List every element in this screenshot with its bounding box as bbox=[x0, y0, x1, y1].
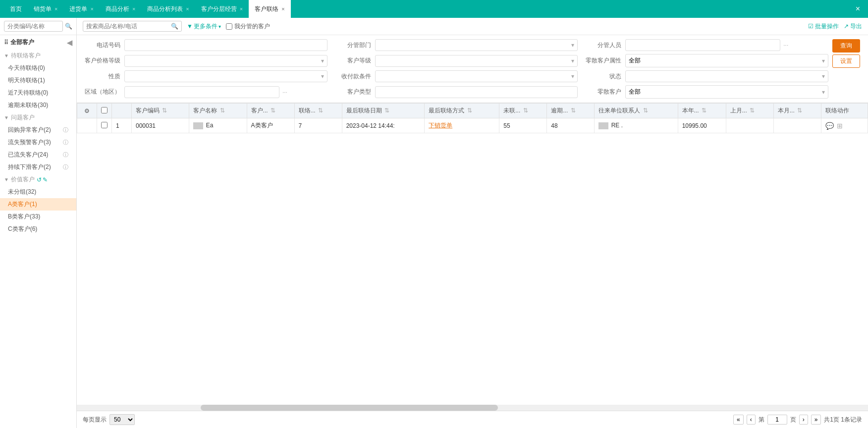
select-all-checkbox[interactable] bbox=[101, 107, 108, 113]
next-page-btn[interactable]: › bbox=[799, 415, 808, 425]
manager-label: 分管人员 bbox=[586, 41, 625, 50]
phone-input[interactable] bbox=[124, 39, 327, 51]
col-checkbox[interactable] bbox=[97, 104, 112, 118]
manager-dots[interactable]: ··· bbox=[780, 42, 791, 49]
sidebar-search-icon[interactable]: 🔍 bbox=[65, 23, 72, 30]
row-select-checkbox[interactable] bbox=[101, 122, 108, 128]
tab-customer-contact[interactable]: 客户联络 × bbox=[249, 0, 290, 18]
first-page-btn[interactable]: « bbox=[733, 415, 744, 425]
close-customer-contact-tab[interactable]: × bbox=[281, 6, 284, 12]
query-button[interactable]: 查询 bbox=[832, 39, 860, 53]
filter-cell-region: 区域（地区） ··· bbox=[85, 86, 327, 98]
col-last-month[interactable]: 上月... ⇅ bbox=[726, 104, 773, 118]
sidebar-search-input[interactable] bbox=[4, 21, 63, 32]
sidebar-item-7days[interactable]: 近7天待联络(0) bbox=[0, 87, 76, 99]
batch-op-btn[interactable]: ☑ 批量操作 bbox=[808, 22, 839, 31]
my-customers-checkbox[interactable] bbox=[226, 23, 232, 30]
status-select[interactable]: ▾ bbox=[625, 70, 828, 82]
page-number-input[interactable] bbox=[767, 415, 787, 425]
window-close-button[interactable]: × bbox=[852, 4, 864, 13]
sort-code-icon: ⇅ bbox=[162, 107, 167, 114]
col-type[interactable]: 客户... ⇅ bbox=[247, 104, 294, 118]
customer-type-input[interactable] bbox=[375, 86, 578, 98]
sidebar-item-churn-warning[interactable]: 流失预警客户(3) ⓘ bbox=[0, 136, 76, 149]
sidebar: 🔍 ⠿ 全部客户 ◀ ▼ 待联络客户 今天待联络(0) 明天待联络(1) 近7天… bbox=[0, 18, 77, 428]
my-customers-filter[interactable]: 我分管的客户 bbox=[226, 22, 270, 31]
close-analysis-tab[interactable]: × bbox=[132, 6, 135, 12]
col-not-contact[interactable]: 未联... ⇅ bbox=[499, 104, 547, 118]
sidebar-item-b-class[interactable]: B类客户(33) bbox=[0, 211, 76, 223]
tab-customer-seg[interactable]: 客户分层经营 × bbox=[195, 0, 249, 18]
close-purchase-tab[interactable]: × bbox=[90, 6, 93, 12]
value-group-title: ▼ 价值客户 ↺ ✎ bbox=[0, 173, 76, 186]
manager-input[interactable] bbox=[625, 39, 780, 51]
sidebar-item-c-class[interactable]: C类客户(6) bbox=[0, 223, 76, 235]
content-area: 🔍 ▼ 更多条件 ▾ 我分管的客户 ☑ 批量操作 ↗ 导出 bbox=[77, 18, 868, 428]
sidebar-collapse-btn[interactable]: ◀ bbox=[67, 39, 72, 47]
tab-home[interactable]: 首页 bbox=[4, 0, 28, 18]
edit-icon[interactable]: ✎ bbox=[43, 176, 48, 183]
tab-sales[interactable]: 销货单 × bbox=[28, 0, 63, 18]
sidebar-item-overdue[interactable]: 逾期未联络(30) bbox=[0, 99, 76, 111]
tab-purchase[interactable]: 进货单 × bbox=[63, 0, 99, 18]
refresh-icon[interactable]: ↺ bbox=[37, 176, 42, 183]
col-this-month[interactable]: 本月... ⇅ bbox=[773, 104, 821, 118]
close-analysis-list-tab[interactable]: × bbox=[186, 6, 189, 12]
customer-level-select[interactable]: ▾ bbox=[375, 55, 578, 67]
close-sales-tab[interactable]: × bbox=[54, 6, 57, 12]
col-overdue[interactable]: 逾期... ⇅ bbox=[547, 104, 595, 118]
sidebar-item-a-class[interactable]: A类客户(1) bbox=[0, 198, 76, 211]
col-settings[interactable]: ⚙ bbox=[77, 104, 97, 118]
action-btn-group: 查询 设置 bbox=[832, 39, 860, 68]
sidebar-item-today[interactable]: 今天待联络(0) bbox=[0, 62, 76, 74]
footer: 每页显示 10 20 50 100 « ‹ 第 页 › » 共1页 1条记录 bbox=[77, 411, 868, 428]
close-customer-seg-tab[interactable]: × bbox=[240, 6, 243, 12]
filter-row-3: 性质 ▾ 收付款条件 ▾ bbox=[85, 70, 828, 82]
scrollbar-thumb[interactable] bbox=[201, 405, 498, 411]
sidebar-item-declining[interactable]: 持续下滑客户(2) ⓘ bbox=[0, 161, 76, 173]
col-this-year[interactable]: 本年... ⇅ bbox=[678, 104, 726, 118]
col-last-method[interactable]: 最后联络方式 ⇅ bbox=[425, 104, 499, 118]
page-size-selector: 每页显示 10 20 50 100 bbox=[83, 414, 135, 425]
retail-select[interactable]: 全部 ▾ bbox=[625, 85, 828, 99]
sidebar-item-ungroup[interactable]: 未分组(32) bbox=[0, 186, 76, 198]
prev-page-btn[interactable]: ‹ bbox=[747, 415, 756, 425]
col-seq bbox=[112, 104, 132, 118]
main-search-input[interactable] bbox=[86, 23, 171, 30]
payment-select[interactable]: ▾ bbox=[375, 70, 578, 82]
last-page-btn[interactable]: » bbox=[811, 415, 821, 425]
col-code[interactable]: 客户编码 ⇅ bbox=[132, 104, 189, 118]
col-last-date[interactable]: 最后联络日期 ⇅ bbox=[342, 104, 425, 118]
sort-last-month-icon: ⇅ bbox=[750, 107, 755, 114]
row-type: A类客户 bbox=[247, 118, 294, 133]
grid-action-icon[interactable]: ⊞ bbox=[837, 122, 843, 130]
region-input[interactable] bbox=[124, 86, 279, 98]
sidebar-item-churned[interactable]: 已流失客户(24) ⓘ bbox=[0, 149, 76, 161]
dept-select[interactable]: ▾ bbox=[375, 39, 578, 51]
settings-button[interactable]: 设置 bbox=[832, 54, 860, 68]
col-contact[interactable]: 联络... ⇅ bbox=[294, 104, 342, 118]
sidebar-item-repurchase[interactable]: 回购异常客户(2) ⓘ bbox=[0, 124, 76, 136]
tab-analysis[interactable]: 商品分析 × bbox=[100, 0, 141, 18]
row-checkbox[interactable] bbox=[97, 118, 112, 133]
region-dots[interactable]: ··· bbox=[279, 89, 290, 96]
tab-analysis-list[interactable]: 商品分析列表 × bbox=[141, 0, 195, 18]
sidebar-item-tomorrow[interactable]: 明天待联络(1) bbox=[0, 74, 76, 87]
price-level-select[interactable]: ▾ bbox=[124, 55, 327, 67]
customer-type-label: 客户类型 bbox=[335, 88, 375, 96]
retail-attr-select[interactable]: 全部 ▾ bbox=[625, 54, 828, 67]
export-btn[interactable]: ↗ 导出 bbox=[844, 22, 862, 31]
filter-row-4: 区域（地区） ··· 客户类型 零散客户 全部 ▾ bbox=[85, 85, 828, 99]
row-name[interactable]: Ea bbox=[189, 118, 247, 133]
horizontal-scrollbar[interactable] bbox=[77, 405, 868, 411]
col-unit-contact[interactable]: 往来单位联系人 ⇅ bbox=[595, 104, 678, 118]
chat-action-icon[interactable]: 💬 bbox=[825, 122, 834, 130]
row-last-method[interactable]: 下销货单 bbox=[425, 118, 499, 133]
row-contact: 7 bbox=[294, 118, 342, 133]
nature-select[interactable]: ▾ bbox=[124, 70, 327, 82]
all-customers-header[interactable]: ⠿ 全部客户 ◀ bbox=[0, 35, 76, 50]
more-filters-btn[interactable]: ▼ 更多条件 ▾ bbox=[187, 22, 221, 31]
main-search-icon[interactable]: 🔍 bbox=[171, 23, 178, 30]
col-name[interactable]: 客户名称 ⇅ bbox=[189, 104, 247, 118]
page-size-select[interactable]: 10 20 50 100 bbox=[109, 414, 135, 425]
